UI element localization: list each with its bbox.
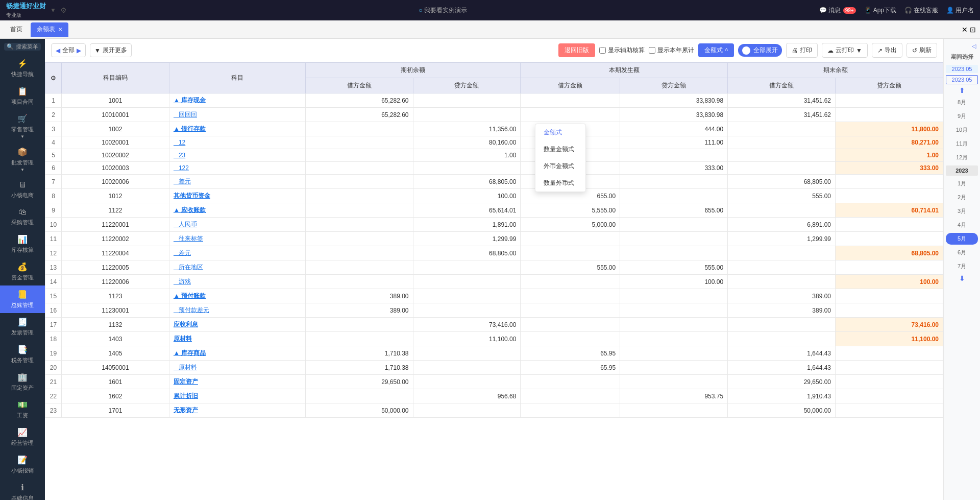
dropdown-item-qty-foreign[interactable]: 数量外币式 xyxy=(535,175,585,192)
panel-title: 期间选择 xyxy=(951,53,973,61)
export-btn[interactable]: ↗ 导出 xyxy=(872,43,902,58)
cell-name[interactable]: ▲ 银行存款 xyxy=(169,122,305,136)
cell-name[interactable]: 固定资产 xyxy=(169,375,305,389)
cell-name[interactable]: 游戏 xyxy=(169,275,305,289)
sidebar-item-purchase[interactable]: 🛍 采购管理 xyxy=(0,203,45,230)
tab-home[interactable]: 首页 xyxy=(4,22,29,37)
prev-year-btn[interactable]: ⬆ xyxy=(959,86,965,94)
cell-name[interactable]: 预付款差元 xyxy=(169,303,305,318)
cell-name[interactable]: 122 xyxy=(169,162,305,175)
cell-name[interactable]: 人民币 xyxy=(169,218,305,232)
cell-code: 11220004 xyxy=(62,246,169,260)
cell-name[interactable]: 所在地区 xyxy=(169,260,305,275)
month-6[interactable]: 6月 xyxy=(946,247,978,258)
cell-name[interactable]: ▲ 预付账款 xyxy=(169,289,305,303)
col-cd-debit: 借方金额 xyxy=(521,78,620,93)
month-10[interactable]: 10月 xyxy=(946,124,978,136)
tab-close-icon[interactable]: ✕ xyxy=(58,27,62,32)
next-year-btn[interactable]: ⬇ xyxy=(959,274,965,282)
dropdown-item-foreign-amount[interactable]: 外币金额式 xyxy=(535,158,585,175)
cell-name[interactable]: 23 xyxy=(169,149,305,162)
year-2023[interactable]: 2023 xyxy=(946,165,978,176)
sidebar-search[interactable]: 🔍 搜索菜单 xyxy=(4,43,41,51)
maximize-window-btn[interactable]: ⊡ xyxy=(970,26,976,34)
cell-name[interactable]: 往来标签 xyxy=(169,232,305,246)
table-row: 151123▲ 预付账款389.00389.00 xyxy=(45,289,943,303)
cell-name[interactable]: 差元 xyxy=(169,246,305,260)
cell-name[interactable]: ▲ 库存现金 xyxy=(169,93,305,108)
filter-select[interactable]: ◀ 全部 ▶ xyxy=(51,43,86,57)
cell-cd-debit xyxy=(521,318,620,332)
month-5[interactable]: 5月 xyxy=(946,233,978,245)
sidebar-item-ledger[interactable]: 📒 总账管理 xyxy=(0,285,45,313)
cell-cd-debit xyxy=(521,375,620,389)
month-3[interactable]: 3月 xyxy=(946,205,978,217)
sidebar-item-assets[interactable]: 🏢 固定资产 xyxy=(0,368,45,396)
user-avatar[interactable]: 👤用户名 xyxy=(946,6,974,15)
table-row: 211601固定资产29,650.0029,650.00 xyxy=(45,375,943,389)
show-assist-check[interactable]: 显示辅助核算 xyxy=(599,46,645,55)
sidebar-item-expense[interactable]: 📝 小畅报销 xyxy=(0,451,45,479)
app-download-btn[interactable]: 📱App下载 xyxy=(864,6,896,15)
dropdown-item-qty-amount[interactable]: 数量金额式 xyxy=(535,141,585,158)
cell-name[interactable]: 无形资产 xyxy=(169,403,305,418)
col-settings[interactable]: ⚙ xyxy=(45,63,62,93)
sidebar-item-tax[interactable]: 📑 税务管理 xyxy=(0,341,45,368)
month-7[interactable]: 7月 xyxy=(946,260,978,272)
print-btn[interactable]: 🖨 打印 xyxy=(786,43,818,58)
month-9[interactable]: 9月 xyxy=(946,110,978,122)
cell-name[interactable]: ▲ 库存商品 xyxy=(169,346,305,361)
expand-more-btn[interactable]: ▼ 展开更多 xyxy=(90,43,132,57)
close-window-btn[interactable]: ✕ xyxy=(962,26,968,34)
sidebar-item-retail[interactable]: 🛒 零售管理 ▼ xyxy=(0,110,45,143)
col-code-header: 科目编码 xyxy=(62,63,169,93)
settings-icon[interactable]: ⚙ xyxy=(60,6,67,14)
panel-collapse-btn[interactable]: ◁ xyxy=(972,43,976,50)
sidebar-item-basic[interactable]: ℹ 基础信息 xyxy=(0,479,45,500)
expand-all-toggle[interactable]: 全部展开 xyxy=(738,44,782,57)
col-closing-header: 期末余额 xyxy=(728,63,943,78)
sidebar-item-contract[interactable]: 📋 项目合同 xyxy=(0,82,45,110)
sidebar-item-funds[interactable]: 💰 资金管理 xyxy=(0,258,45,285)
dropdown-item-amount[interactable]: 金额式 xyxy=(535,124,585,141)
message-btn[interactable]: 💬消息99+ xyxy=(819,6,856,15)
cell-cb-credit xyxy=(836,232,943,246)
month-4[interactable]: 4月 xyxy=(946,219,978,231)
cell-name[interactable]: 原材料 xyxy=(169,332,305,346)
cell-index: 18 xyxy=(45,332,62,346)
month-12[interactable]: 12月 xyxy=(946,152,978,163)
sidebar-item-salary[interactable]: 💵 工资 xyxy=(0,396,45,423)
mode-btn[interactable]: 金额式 ^ xyxy=(698,43,734,57)
sidebar-item-inventory[interactable]: 📊 库存核算 xyxy=(0,230,45,258)
online-service-btn[interactable]: 🎧在线客服 xyxy=(904,6,938,15)
month-1[interactable]: 1月 xyxy=(946,178,978,189)
cell-name[interactable]: 12 xyxy=(169,136,305,149)
sidebar-item-operations[interactable]: 📈 经营管理 xyxy=(0,423,45,451)
tab-balance[interactable]: 余额表 ✕ xyxy=(31,22,68,37)
return-old-btn[interactable]: 退回旧版 xyxy=(558,43,595,57)
header-dropdown[interactable]: ▼ xyxy=(50,7,56,14)
refresh-btn[interactable]: ↺ 刷新 xyxy=(906,43,937,58)
cell-name[interactable]: 回回回 xyxy=(169,108,305,122)
tab-controls: ✕ ⊡ xyxy=(962,26,976,34)
demo-link[interactable]: ○ 我要看实例演示 xyxy=(419,6,467,15)
sidebar-item-wholesale[interactable]: 📦 批发管理 ▼ xyxy=(0,143,45,176)
cloud-print-btn[interactable]: ☁ 云打印 ▼ xyxy=(822,43,868,58)
cell-name[interactable]: 累计折旧 xyxy=(169,389,305,403)
month-8[interactable]: 8月 xyxy=(946,97,978,108)
month-2[interactable]: 2月 xyxy=(946,192,978,203)
month-11[interactable]: 11月 xyxy=(946,138,978,150)
header-center: ○ 我要看实例演示 xyxy=(419,6,467,15)
sidebar-item-quicknav[interactable]: ⚡ 快捷导航 xyxy=(0,55,45,82)
table-row: 1411220006 游戏100.00100.00 xyxy=(45,275,943,289)
cell-name[interactable]: 原材料 xyxy=(169,361,305,375)
cell-name[interactable]: 应收利息 xyxy=(169,318,305,332)
cell-name[interactable]: ▲ 应收账款 xyxy=(169,203,305,218)
cell-cd-credit: 33,830.98 xyxy=(620,93,728,108)
sidebar-item-invoice[interactable]: 🧾 发票管理 xyxy=(0,313,45,341)
cell-name[interactable]: 差元 xyxy=(169,175,305,189)
cell-cb-debit: 1,299.99 xyxy=(728,232,836,246)
show-ytd-check[interactable]: 显示本年累计 xyxy=(649,46,694,55)
sidebar-item-ecommerce[interactable]: 🖥 小畅电商 xyxy=(0,176,45,203)
cell-name[interactable]: 其他货币资金 xyxy=(169,189,305,203)
